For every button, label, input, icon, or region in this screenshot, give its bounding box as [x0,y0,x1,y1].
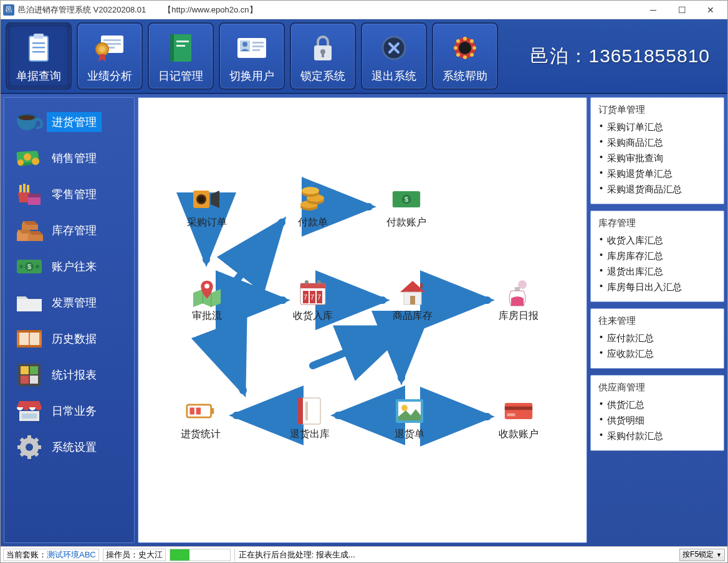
sidebar-item-invoice[interactable]: 发票管理 [4,285,134,321]
workflow-canvas: 采购订单 付款单 $ 付款账户 审批流 777 收货入库 [138,97,587,543]
minimize-button[interactable]: ─ [639,1,668,19]
sidebar: 进货管理 销售管理 零售管理 库存管理 $ 账户往来 发票管理 [4,97,135,543]
link-item[interactable]: 采购付款汇总 [596,428,719,444]
node-purchase-order[interactable]: 采购订单 [170,185,244,229]
certificate-icon [93,27,126,69]
svg-rect-0 [29,36,48,61]
sidebar-item-account[interactable]: $ 账户往来 [4,248,134,285]
svg-point-37 [19,115,35,120]
link-item[interactable]: 采购退货单汇总 [596,166,719,182]
svg-rect-120 [305,402,308,420]
app-icon: 邑 [3,4,14,16]
maximize-button[interactable]: ☐ [668,1,696,19]
toolbar-label: 锁定系统 [300,69,345,83]
toolbar-query-doc[interactable]: 单据查询 [6,22,72,90]
link-item[interactable]: 采购商品汇总 [596,135,719,151]
svg-point-28 [463,37,467,40]
toolbar-label: 单据查询 [16,69,61,83]
node-inv-stock[interactable]: 商品库存 [375,278,450,323]
svg-point-108 [305,280,309,284]
toolbar-lock-system[interactable]: 锁定系统 [290,22,356,90]
node-return-bill[interactable]: 退货单 [372,397,447,441]
svg-point-18 [242,42,247,47]
svg-point-31 [472,46,476,50]
svg-rect-20 [252,45,264,47]
toolbar-switch-user[interactable]: 切换用户 [219,22,285,90]
toolbar-diary[interactable]: 日记管理 [148,22,214,90]
link-item[interactable]: 收货入库汇总 [596,233,719,248]
book-icon [168,27,194,69]
node-pay-bill[interactable]: 付款单 [275,185,350,229]
link-item[interactable]: 供货汇总 [596,397,719,413]
sidebar-item-sales[interactable]: 销售管理 [4,140,134,176]
close-button[interactable]: ✕ [696,1,725,19]
svg-rect-111 [410,296,415,305]
svg-text:$: $ [405,196,408,203]
svg-point-11 [99,46,105,52]
svg-line-82 [313,328,406,366]
sidebar-item-retail[interactable]: 零售管理 [4,176,134,212]
svg-text:7: 7 [310,293,314,301]
fries-cake-icon [14,182,44,207]
sidebar-label: 进货管理 [47,112,102,132]
svg-rect-4 [32,47,45,49]
link-item[interactable]: 库房库存汇总 [596,248,719,264]
toolbar-exit-system[interactable]: 退出系统 [361,22,427,90]
link-item[interactable]: 应付款汇总 [596,331,719,346]
link-item[interactable]: 采购订单汇总 [596,120,719,135]
svg-rect-13 [170,34,174,62]
panel-title: 订货单管理 [598,104,716,116]
titlebar: 邑 邑泊进销存管理系统 V20220208.01 【http://www.epo… [1,1,727,19]
svg-rect-44 [23,184,26,194]
lock-button[interactable]: 按F5锁定▼ [679,549,725,561]
svg-rect-14 [176,40,189,42]
toolbar-label: 切换用户 [229,69,274,83]
link-item[interactable]: 退货出库汇总 [596,264,719,280]
link-item[interactable]: 应收款汇总 [596,346,719,362]
node-return-out[interactable]: 退货出库 [272,397,347,441]
folder-icon [14,290,44,315]
toolbar-perf-analysis[interactable]: 业绩分析 [77,22,143,90]
toolbar-label: 日记管理 [158,69,203,83]
svg-point-109 [317,280,321,284]
svg-point-35 [470,53,474,57]
panel-supplier-mgmt: 供应商管理 供货汇总 供货明细 采购付款汇总 [590,375,724,451]
gear-icon [14,435,44,460]
toolbar-help[interactable]: 系统帮助 [432,22,498,90]
svg-point-32 [456,39,460,43]
node-approve[interactable]: 审批流 [170,278,244,323]
clipboard-icon [24,27,53,69]
sidebar-item-inventory[interactable]: 库存管理 [4,212,134,248]
node-wh-daily[interactable]: 库房日报 [481,278,556,323]
svg-rect-57 [17,345,42,348]
sidebar-item-purchase[interactable]: 进货管理 [4,104,134,140]
node-recv-account[interactable]: 收款账户 [481,397,556,441]
sidebar-item-report[interactable]: 统计报表 [4,357,134,393]
notebook-icon [295,397,325,425]
link-item[interactable]: 库房每日出入汇总 [596,280,719,295]
svg-rect-7 [103,39,121,41]
svg-rect-15 [176,45,185,47]
calculator-icon [14,362,44,387]
svg-point-51 [19,265,23,268]
sidebar-item-daily[interactable]: 日常业务 [4,393,134,429]
svg-rect-113 [515,287,520,291]
svg-rect-68 [17,445,22,449]
svg-rect-47 [28,194,41,197]
svg-rect-69 [36,445,41,449]
node-receive[interactable]: 777 收货入库 [275,278,350,323]
panel-inventory-mgmt: 库存管理 收货入库汇总 库房库存汇总 退货出库汇总 库房每日出入汇总 [590,211,724,302]
sidebar-item-settings[interactable]: 系统设置 [4,429,134,465]
link-item[interactable]: 供货明细 [596,413,719,428]
close-circle-icon [380,27,408,69]
svg-rect-66 [27,435,31,440]
svg-point-95 [302,187,319,194]
link-item[interactable]: 采购退货商品汇总 [596,182,719,197]
node-stats[interactable]: 进货统计 [163,397,238,441]
link-item[interactable]: 采购审批查询 [596,151,719,166]
svg-rect-124 [505,403,532,419]
svg-point-40 [24,153,31,161]
svg-rect-45 [27,185,29,194]
sidebar-item-history[interactable]: 历史数据 [4,321,134,357]
node-pay-account[interactable]: $ 付款账户 [369,185,444,229]
